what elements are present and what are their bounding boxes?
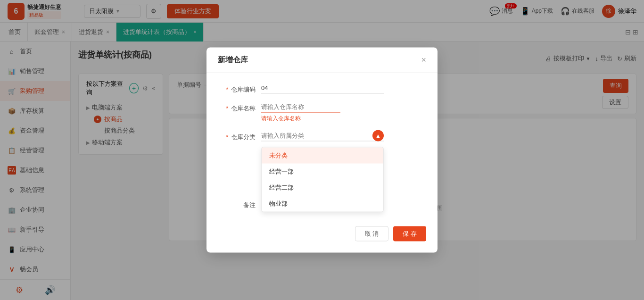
warehouse-name-required: * xyxy=(226,105,228,112)
modal-cancel-button[interactable]: 取 消 xyxy=(355,226,389,242)
warehouse-category-row: * 仓库分类 ▲ 未分类 经营一部 经营二部 物业部 xyxy=(218,130,426,142)
warehouse-code-required: * xyxy=(226,86,228,93)
modal-close-button[interactable]: × xyxy=(421,55,426,65)
warehouse-code-row: * 仓库编码 xyxy=(218,83,426,94)
category-dropdown: 未分类 经营一部 经营二部 物业部 xyxy=(261,147,384,212)
category-toggle-button[interactable]: ▲ xyxy=(372,130,384,142)
modal-save-button[interactable]: 保 存 xyxy=(393,226,426,242)
warehouse-category-input[interactable] xyxy=(261,130,384,142)
dropdown-item-1[interactable]: 经营一部 xyxy=(262,164,383,180)
modal-title: 新增仓库 xyxy=(218,55,248,65)
warehouse-code-input[interactable] xyxy=(261,83,384,94)
warehouse-name-label: * 仓库名称 xyxy=(218,101,256,113)
warehouse-name-error: 请输入仓库名称 xyxy=(218,115,301,123)
warehouse-category-required: * xyxy=(226,133,228,141)
modal-body: * 仓库编码 * 仓库名称 请输入仓库名称 * 仓库分类 xyxy=(206,73,438,226)
warehouse-name-inner: * 仓库名称 xyxy=(218,101,340,113)
dropdown-item-3[interactable]: 物业部 xyxy=(262,196,383,212)
modal-footer: 取 消 保 存 xyxy=(206,226,438,242)
warehouse-category-label: * 仓库分类 xyxy=(218,130,256,142)
modal-header: 新增仓库 × xyxy=(206,48,438,73)
warehouse-category-wrapper: ▲ xyxy=(261,130,384,142)
warehouse-remark-label: 备注 xyxy=(218,198,256,209)
warehouse-name-input[interactable] xyxy=(261,101,340,113)
warehouse-name-row: * 仓库名称 请输入仓库名称 xyxy=(218,101,426,123)
warehouse-code-label: * 仓库编码 xyxy=(218,83,256,94)
add-warehouse-modal: 新增仓库 × * 仓库编码 * 仓库名称 请输入仓库名称 * xyxy=(206,48,438,253)
dropdown-item-0[interactable]: 未分类 xyxy=(262,148,383,164)
dropdown-item-2[interactable]: 经营二部 xyxy=(262,180,383,196)
